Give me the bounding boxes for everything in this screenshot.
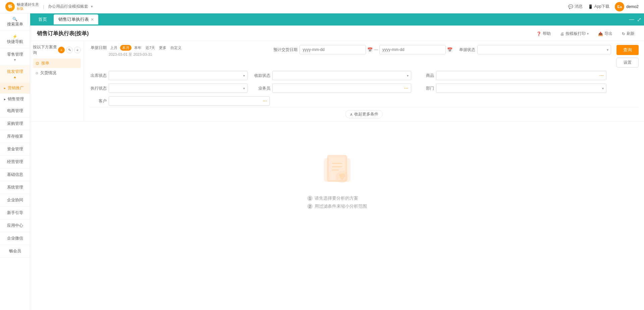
date-label: 单据日期 [89, 45, 107, 51]
date-btn-lastmonth[interactable]: 上月 [109, 45, 119, 51]
predict-date-col: 预计交货日期 📅 — 📅 [273, 45, 452, 54]
nav-dropdown-icon[interactable]: ▾ [91, 4, 93, 9]
salesman-col: 业务员 ··· [253, 84, 411, 93]
customer-more-icon[interactable]: ··· [263, 98, 267, 104]
customer-label: 客户 [89, 98, 107, 104]
active-tab-label: 销售订单执行表 [58, 16, 89, 22]
sidebar-wholesale-label: 批发管理 [0, 69, 30, 74]
scheme-add-btn[interactable]: + [58, 47, 65, 53]
date-quick-row: 上月 本月 本年 近7天 更多 自定义 [109, 45, 183, 51]
tab-home[interactable]: 首页 [33, 14, 52, 24]
bill-status-select[interactable] [477, 45, 611, 54]
predict-cal-icon-to[interactable]: 📅 [447, 47, 452, 52]
sidebar-subitem-sales[interactable]: ▸ 销售管理 [0, 94, 30, 105]
predict-date-inputs: 📅 — 📅 [300, 45, 452, 54]
sidebar-item-member[interactable]: 畅会员 [0, 245, 30, 258]
predict-date-label: 预计交货日期 [273, 47, 298, 53]
message-icon: 💬 [568, 4, 573, 9]
sidebar-item-cooperation[interactable]: 企业协同 [0, 194, 30, 207]
sidebar-item-inventory[interactable]: 库存核算 [0, 130, 30, 143]
print-btn[interactable]: 🖨 按模板打印 ▾ [557, 30, 591, 38]
scheme-edit-btn[interactable]: ✎ [66, 47, 73, 53]
filter-row-4: 客户 ··· [89, 96, 639, 106]
scheme-item-1[interactable]: ○ 欠货情况 [33, 68, 81, 78]
sidebar-item-management[interactable]: 经营管理 [0, 156, 30, 168]
user-avatar: Ea [615, 2, 624, 11]
customer-input[interactable] [109, 96, 270, 106]
sidebar: 🔍 搜索菜单 ⚡ 快捷导航 零售管理 ▼ 批发管理 ▲ ▸ 营销推广 ▸ 销售管… [0, 13, 30, 310]
tab-active[interactable]: 销售订单执行表 × [54, 14, 98, 24]
date-btn-more[interactable]: 更多 [158, 45, 168, 51]
scheme-collapse-btn[interactable]: « [74, 47, 81, 53]
exec-status-label: 执行状态 [89, 86, 107, 91]
message-label: 消息 [575, 4, 583, 9]
date-btn-thisyear[interactable]: 本年 [133, 45, 143, 51]
app-subtitle: 标版 [17, 7, 39, 11]
sidebar-item-basicinfo[interactable]: 基础信息 [0, 168, 30, 181]
exec-status-select[interactable] [109, 84, 248, 93]
goods-input[interactable] [436, 71, 606, 80]
scheme-item-0[interactable]: ⊙ 按单 [33, 58, 81, 68]
sidebar-item-ecommerce[interactable]: 电商管理 [0, 105, 30, 117]
goods-more-icon[interactable]: ··· [599, 72, 604, 79]
help-btn[interactable]: ❓ 帮助 [534, 30, 553, 38]
quicknav-icon: ⚡ [12, 34, 17, 39]
sidebar-item-newguide[interactable]: 新手引导 [0, 207, 30, 219]
date-btn-custom[interactable]: 自定义 [169, 45, 183, 51]
settings-btn[interactable]: 设置 [616, 58, 639, 67]
date-btn-thismonth[interactable]: 本月 [120, 45, 131, 51]
receive-status-select[interactable] [272, 71, 411, 80]
salesman-more-icon[interactable]: ··· [404, 85, 408, 91]
sidebar-item-wholesale[interactable]: 批发管理 ▲ [0, 65, 30, 83]
tab-close-icon[interactable]: × [91, 17, 94, 22]
scheme-panel: 按以下方案查询 + ✎ « [30, 41, 84, 121]
export-btn[interactable]: 📤 导出 [595, 30, 615, 38]
sidebar-retail-label: 零售管理 [0, 52, 30, 57]
filter-row-1: 单据日期 上月 本月 本年 近7天 更多 自定义 [89, 45, 639, 67]
sidebar-item-quicknav[interactable]: ⚡ 快捷导航 [0, 31, 30, 48]
help-label: 帮助 [543, 31, 551, 37]
message-btn[interactable]: 💬 消息 [568, 4, 583, 9]
sidebar-item-appcenter[interactable]: 应用中心 [0, 219, 30, 232]
predict-date-to[interactable] [379, 45, 446, 54]
out-status-select[interactable] [109, 71, 248, 80]
refresh-icon: ↻ [622, 32, 625, 36]
sidebar-item-retail[interactable]: 零售管理 ▼ [0, 48, 30, 65]
sidebar-sales-label: 销售管理 [8, 96, 24, 102]
collapse-more-btn[interactable]: ∧ 收起更多条件 [345, 110, 383, 118]
sidebar-item-search[interactable]: 🔍 搜索菜单 [0, 13, 30, 31]
out-status-col: 出库状态 ▾ [89, 71, 248, 80]
sidebar-marketing-label: 营销推广 [8, 85, 24, 91]
home-tab-label: 首页 [38, 16, 47, 22]
header-right: 💬 消息 📱 App下载 Ea demo2 [568, 2, 639, 11]
salesman-input[interactable] [272, 84, 411, 93]
goods-label: 商品 [417, 73, 434, 79]
app-download-btn[interactable]: 📱 App下载 [588, 4, 609, 9]
user-area[interactable]: Ea demo2 [615, 2, 639, 11]
collapse-more-icon: ∧ [350, 112, 353, 117]
tip-text-1: 请先选择要分析的方案 [315, 195, 358, 201]
date-range-text: 2023-03-01 至 2023-03-31 [109, 52, 152, 57]
query-btn[interactable]: 查询 [616, 45, 639, 55]
tab-minimize-btn[interactable]: — [629, 16, 634, 22]
scheme-edit-icon: ✎ [68, 48, 71, 52]
filter-panel: 按以下方案查询 + ✎ « [30, 41, 644, 121]
scheme-label: 按以下方案查询 [33, 44, 58, 56]
collapse-more-row: ∧ 收起更多条件 [89, 107, 639, 121]
sidebar-cooperation-label: 企业协同 [0, 197, 30, 203]
sidebar-item-purchase[interactable]: 采购管理 [0, 117, 30, 130]
tab-expand-btn[interactable]: ⤢ [637, 16, 641, 23]
sidebar-item-corpwechat[interactable]: 企业微信 [0, 232, 30, 245]
logo-abbr: 畅 [8, 4, 12, 9]
scheme-item-1-label: 欠货情况 [40, 70, 56, 76]
predict-cal-icon-from[interactable]: 📅 [367, 47, 373, 52]
dept-select[interactable] [436, 84, 606, 93]
refresh-btn[interactable]: ↻ 刷新 [619, 30, 637, 38]
tab-bar: 首页 销售订单执行表 × — ⤢ [30, 13, 644, 25]
predict-date-from[interactable] [300, 45, 366, 54]
sidebar-subitem-marketing[interactable]: ▸ 营销推广 [0, 83, 30, 94]
sidebar-item-sysmanage[interactable]: 系统管理 [0, 181, 30, 194]
scheme-add-icon: + [60, 48, 62, 52]
date-btn-7days[interactable]: 近7天 [144, 45, 156, 51]
sidebar-item-finance[interactable]: 资金管理 [0, 143, 30, 156]
